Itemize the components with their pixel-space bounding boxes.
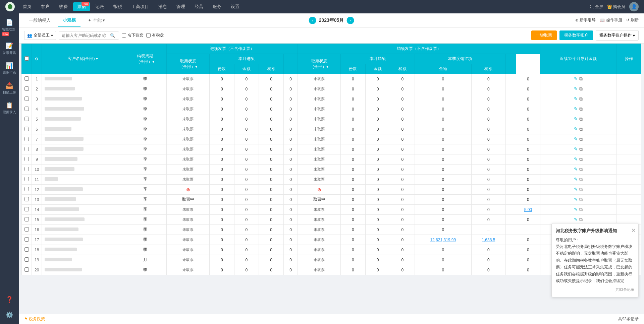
subtab-general[interactable]: 一般纳税人: [24, 14, 55, 27]
row-number-cell: 8: [32, 144, 42, 154]
subtab-all[interactable]: ✦ 全能 ▾: [83, 14, 110, 27]
nav-business[interactable]: 工商项目: [127, 2, 153, 11]
row-select-checkbox[interactable]: [24, 127, 29, 131]
edit-button[interactable]: ✎: [574, 116, 578, 122]
employee-filter[interactable]: 👥 全部员工 ▾: [24, 31, 56, 40]
ded-tax-cell: 1,638.5: [471, 235, 506, 245]
fullscreen-button[interactable]: ⛶ 全屏: [590, 4, 603, 10]
row-select-checkbox[interactable]: [24, 157, 29, 161]
row-select-checkbox[interactable]: [24, 96, 29, 101]
sidebar-item-help[interactable]: ❓: [1, 293, 18, 306]
nav-management[interactable]: 管理: [172, 2, 189, 11]
sidebar-item-open-invoice[interactable]: 📝 发票开具: [1, 40, 18, 58]
nav-service[interactable]: 服务: [209, 2, 225, 11]
edit-button[interactable]: ✎: [574, 96, 578, 102]
row-select-checkbox[interactable]: [24, 197, 29, 201]
data-table-container: ⚙ 客户名称(全部) ▾ 纳税周期（全部）▾ 进项发票（不含作废票） 销项发票（…: [19, 44, 644, 314]
subtab-small[interactable]: 小规模: [58, 14, 80, 27]
copy-button[interactable]: ⧉: [579, 187, 583, 192]
copy-button[interactable]: ⧉: [579, 136, 583, 142]
notification-close-button[interactable]: ✕: [631, 226, 636, 235]
copy-button[interactable]: ⧉: [579, 167, 583, 172]
row-select-checkbox[interactable]: [24, 247, 29, 252]
ded-amount-cell: 0: [415, 94, 471, 104]
sidebar-item-settings[interactable]: ⚙️: [1, 309, 18, 321]
row-select-checkbox[interactable]: [24, 257, 29, 262]
sidebar-item-record[interactable]: 📋 票据录入: [1, 99, 18, 117]
tax-policy-link[interactable]: ⚑ 税务政策: [24, 316, 45, 322]
nav-billing[interactable]: 收费: [55, 2, 72, 11]
in-status-cell: 取票中: [167, 195, 210, 205]
one-click-invoice-button[interactable]: 一键取票: [531, 30, 557, 40]
refresh-button[interactable]: ↺ 刷新: [626, 17, 639, 23]
edit-button[interactable]: ✎: [574, 167, 578, 172]
row-select-checkbox[interactable]: [24, 147, 29, 151]
row-select-checkbox[interactable]: [24, 86, 29, 91]
edit-button[interactable]: ✎: [574, 156, 578, 162]
in-count-cell: 0: [209, 84, 234, 94]
sidebar-item-smart-invoice[interactable]: 📄 智能取票 new: [1, 16, 18, 38]
row-select-checkbox[interactable]: [24, 177, 29, 181]
member-button[interactable]: 👑 购会员: [607, 4, 625, 10]
edit-button[interactable]: ✎: [574, 207, 578, 212]
user-avatar[interactable]: 👤: [629, 2, 639, 11]
edit-button[interactable]: ✎: [574, 126, 578, 132]
tax-disk-filter-checkbox[interactable]: 有税盘: [146, 33, 164, 38]
copy-button[interactable]: ⧉: [579, 146, 583, 152]
search-input[interactable]: [62, 33, 109, 38]
row-select-checkbox[interactable]: [24, 207, 29, 211]
edit-button[interactable]: ✎: [574, 76, 578, 81]
edit-button[interactable]: ✎: [574, 217, 578, 222]
nav-operation[interactable]: 经营: [191, 2, 207, 11]
ded-amount-cell: 0: [415, 225, 471, 235]
nav-settings[interactable]: 设置: [227, 2, 244, 11]
row-select-checkbox[interactable]: [24, 217, 29, 221]
row-select-checkbox[interactable]: [24, 227, 29, 232]
sidebar-item-summary[interactable]: 📊 票据汇总: [1, 59, 18, 78]
nav-home[interactable]: 首页: [19, 2, 36, 11]
copy-button[interactable]: ⧉: [579, 217, 583, 222]
copy-button[interactable]: ⧉: [579, 96, 583, 102]
edit-button[interactable]: ✎: [574, 136, 578, 142]
copy-button[interactable]: ⧉: [579, 86, 583, 91]
edit-button[interactable]: ✎: [574, 146, 578, 152]
copy-button[interactable]: ⧉: [579, 106, 583, 112]
select-all-checkbox[interactable]: [24, 56, 29, 61]
account-filter-checkbox[interactable]: 名下账套: [122, 33, 144, 38]
copy-button[interactable]: ⧉: [579, 197, 583, 202]
row-select-checkbox[interactable]: [24, 107, 29, 111]
row-select-checkbox[interactable]: [24, 137, 29, 141]
row-select-checkbox[interactable]: [24, 76, 29, 81]
copy-button[interactable]: ⧉: [579, 116, 583, 122]
nav-customer[interactable]: 客户: [37, 2, 54, 11]
row-select-checkbox[interactable]: [24, 117, 29, 121]
edit-button[interactable]: ✎: [574, 187, 578, 192]
manual-button[interactable]: 📖 操作手册: [600, 17, 622, 23]
copy-button[interactable]: ⧉: [579, 177, 583, 182]
date-prev-button[interactable]: ‹: [309, 17, 316, 24]
row-select-checkbox[interactable]: [24, 267, 29, 272]
tax-account-button[interactable]: 税务数字账户: [559, 30, 593, 40]
edit-button[interactable]: ✎: [574, 106, 578, 112]
row-select-checkbox[interactable]: [24, 167, 29, 171]
account-checkbox[interactable]: [122, 33, 126, 38]
tax-ops-button[interactable]: 税务数字账户操作 ▾: [596, 30, 639, 41]
copy-button[interactable]: ⧉: [579, 76, 583, 81]
sidebar-item-scan[interactable]: 📤 扫描上传: [1, 79, 18, 98]
edit-button[interactable]: ✎: [574, 86, 578, 91]
copy-button[interactable]: ⧉: [579, 126, 583, 132]
row-select-checkbox[interactable]: [24, 187, 29, 191]
guide-button[interactable]: ⊕ 新手引导: [575, 17, 596, 23]
nav-accounting[interactable]: 记账: [91, 2, 108, 11]
search-box[interactable]: 🔍: [59, 31, 119, 40]
copy-button[interactable]: ⧉: [579, 207, 583, 212]
row-select-checkbox[interactable]: [24, 237, 29, 242]
nav-invoice[interactable]: 票据 new: [73, 2, 90, 11]
edit-button[interactable]: ✎: [574, 197, 578, 202]
nav-tax[interactable]: 报税: [109, 2, 126, 11]
edit-button[interactable]: ✎: [574, 177, 578, 182]
date-next-button[interactable]: ›: [346, 17, 354, 24]
nav-message[interactable]: 消息: [154, 2, 171, 11]
copy-button[interactable]: ⧉: [579, 156, 583, 162]
tax-disk-checkbox[interactable]: [146, 33, 151, 38]
